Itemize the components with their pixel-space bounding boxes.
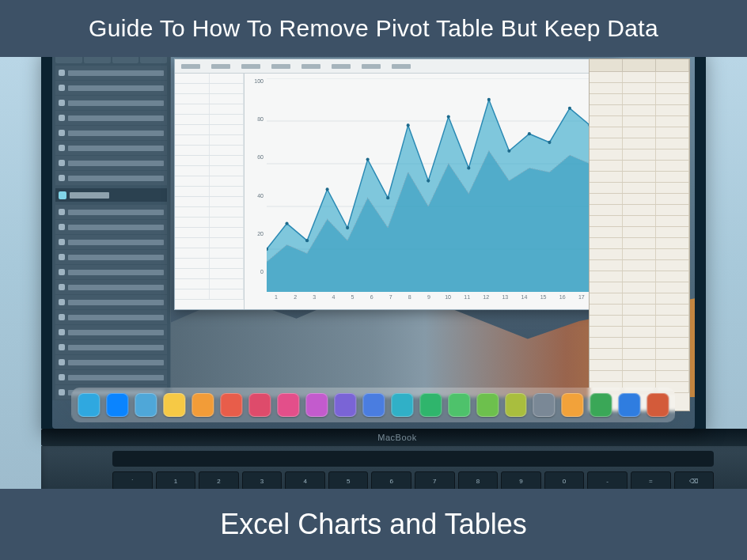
svg-point-19: [528, 132, 531, 135]
news-icon[interactable]: [476, 393, 499, 417]
notes-icon[interactable]: [163, 393, 185, 417]
facetime-icon[interactable]: [334, 393, 356, 417]
x-tick: 13: [495, 294, 514, 309]
x-tick: 4: [324, 294, 343, 309]
calendar-icon[interactable]: [220, 393, 242, 417]
svg-point-10: [346, 226, 349, 229]
keyboard-key: -: [587, 471, 628, 489]
keyboard-key: 9: [501, 471, 541, 489]
svg-point-20: [548, 141, 551, 144]
contacts-icon[interactable]: [248, 393, 271, 417]
data-cell-row: [175, 146, 244, 156]
sheet-row: [590, 282, 689, 293]
sidebar-row[interactable]: [55, 355, 167, 369]
sidebar-row[interactable]: [55, 370, 167, 384]
sheet-row: [590, 216, 689, 227]
messages-icon[interactable]: [305, 393, 328, 417]
safari-icon[interactable]: [106, 393, 128, 417]
keyboard-key: `: [112, 471, 153, 489]
sidebar-row[interactable]: [55, 141, 167, 155]
chart-y-axis: 100806040200: [245, 78, 267, 274]
sidebar-row[interactable]: [55, 111, 167, 125]
sidebar-row[interactable]: [55, 280, 167, 294]
data-cell-row: [175, 238, 244, 248]
sidebar-row[interactable]: [55, 66, 167, 80]
screen-content: 100806040200 123456789101112131415161718: [52, 57, 695, 429]
laptop: 100806040200 123456789101112131415161718: [41, 57, 706, 489]
data-cell-row: [175, 228, 244, 238]
tv-icon[interactable]: [448, 393, 470, 417]
chart-toolbar: [175, 59, 616, 74]
sidebar-row[interactable]: [55, 250, 167, 264]
data-cell-row: [175, 279, 244, 289]
touch-bar: [112, 451, 714, 467]
sidebar-row[interactable]: [55, 156, 167, 170]
keyboard-deck: `1234567890-=⌫QWERTYUIOP[]: [41, 446, 747, 489]
excel-icon[interactable]: [647, 393, 669, 417]
settings-icon[interactable]: [533, 393, 556, 417]
pages-icon[interactable]: [562, 393, 584, 417]
sheet-row: [590, 338, 689, 349]
sheet-row: [590, 371, 689, 382]
keyboard-key: =: [631, 471, 671, 489]
data-cell-row: [175, 135, 244, 146]
sheet-row: [590, 316, 689, 327]
keyboard-key: 6: [371, 471, 411, 489]
x-tick: 7: [381, 294, 400, 309]
y-tick: 20: [245, 231, 267, 236]
chart-plot-area: 100806040200: [245, 74, 616, 292]
sidebar-row[interactable]: [55, 265, 167, 279]
area-chart: [267, 78, 610, 292]
svg-point-14: [427, 179, 430, 182]
numbers-icon[interactable]: [590, 393, 612, 417]
data-cell-row: [175, 248, 244, 259]
svg-point-18: [507, 149, 510, 153]
sidebar-row[interactable]: [55, 295, 167, 309]
x-tick: 14: [514, 294, 533, 309]
music-icon[interactable]: [391, 393, 413, 417]
x-tick: 5: [343, 294, 362, 309]
podcasts-icon[interactable]: [419, 393, 442, 417]
keyboard-key: ⌫: [674, 471, 715, 489]
sidebar-row[interactable]: [55, 81, 167, 95]
data-cell-row: [175, 197, 244, 207]
chart-body: 100806040200 123456789101112131415161718: [175, 74, 616, 309]
sidebar-row[interactable]: [55, 220, 167, 234]
sheet-row: [590, 305, 689, 316]
y-tick: 60: [245, 154, 267, 160]
sidebar-row[interactable]: [55, 310, 167, 324]
page-title: Guide To How To Remove Pivot Table But K…: [89, 15, 658, 42]
sidebar-row[interactable]: [55, 205, 167, 219]
photos-icon[interactable]: [277, 393, 299, 417]
appstore-icon[interactable]: [505, 393, 527, 417]
sheet-row: [590, 238, 689, 249]
keyboard-key: 1: [156, 471, 196, 489]
sheet-row: [590, 138, 689, 149]
sheet-row: [590, 194, 689, 205]
x-tick: 3: [305, 294, 324, 309]
sidebar-row[interactable]: [55, 235, 167, 249]
keynote-icon[interactable]: [619, 393, 641, 417]
sheet-row: [590, 116, 689, 127]
data-cell-row: [175, 94, 244, 104]
sheet-row: [590, 94, 689, 105]
sheet-row: [590, 260, 689, 271]
finder-icon[interactable]: [78, 393, 100, 417]
sidebar-row[interactable]: [55, 325, 167, 339]
sidebar-row[interactable]: [55, 171, 167, 185]
x-tick: 15: [534, 294, 553, 309]
reminders-icon[interactable]: [191, 393, 214, 417]
data-cell-row: [175, 115, 244, 125]
sheet-row: [590, 72, 689, 83]
x-tick: 11: [457, 294, 476, 309]
keyboard-key: 4: [285, 471, 325, 489]
keyboard-row: `1234567890-=⌫: [112, 471, 714, 489]
page-root: Guide To How To Remove Pivot Table But K…: [0, 0, 747, 560]
svg-point-21: [568, 107, 571, 110]
maps-icon[interactable]: [362, 393, 385, 417]
sidebar-row[interactable]: [55, 96, 167, 110]
sidebar-row[interactable]: [55, 340, 167, 354]
spreadsheet-panel: [589, 59, 690, 411]
mail-icon[interactable]: [135, 393, 157, 417]
sidebar-row[interactable]: [55, 126, 167, 140]
